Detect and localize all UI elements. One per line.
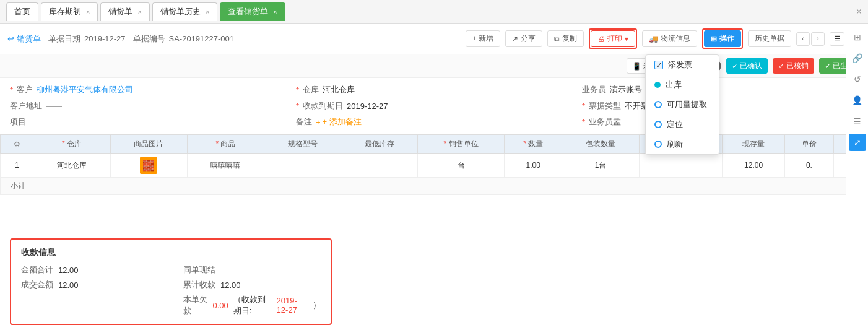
th-qty: * 数量 [504, 135, 562, 154]
effective-icon: ✓ [825, 62, 831, 71]
sidebar-table-icon[interactable]: ⊞ [849, 28, 866, 46]
main-content: ↩ 销货单 单据日期 2019-12-27 单据编号 SA-20191227-0… [0, 24, 868, 330]
list-view-icon[interactable]: ☰ [830, 32, 844, 46]
outstanding-row: 本单欠款 0.00 （收款到期日: 2019-12-27 ） [183, 294, 321, 316]
tab-history-close[interactable]: × [206, 8, 209, 15]
address-value: —— [46, 102, 62, 111]
add-note-button[interactable]: + + 添加备注 [316, 116, 362, 128]
tab-home[interactable]: 首页 [6, 2, 38, 21]
copy-icon: ⧉ [554, 35, 560, 43]
available-qty-label: 可用量提取 [667, 99, 707, 110]
cumulative-payment-row: 累计收款 12.00 [183, 279, 321, 290]
warehouse-required: * [296, 85, 299, 95]
customer-value[interactable]: 柳州粤港平安气体有限公司 [37, 84, 133, 95]
tab-inventory[interactable]: 库存期初 × [41, 2, 98, 21]
copy-button[interactable]: ⧉ 复制 [547, 30, 584, 47]
tab-view-sales[interactable]: 查看销货单 × [220, 2, 285, 21]
logistics-button[interactable]: 🚚 物流信息 [642, 30, 697, 47]
deal-amount-value: 12.00 [58, 280, 79, 290]
staffsales-value: —— [625, 118, 641, 127]
next-arrow[interactable]: › [811, 32, 825, 46]
staff-value: 演示账号 [610, 84, 642, 95]
sidebar-link-icon[interactable]: 🔗 [849, 50, 866, 67]
operations-dropdown: ✓ 添发票 出库 可用量提取 定位 刷新 [645, 54, 719, 155]
doc-header: ↩ 销货单 单据日期 2019-12-27 单据编号 SA-20191227-0… [0, 24, 868, 54]
print-button[interactable]: 🖨 打印 ▾ [591, 30, 635, 47]
ops-label: 操作 [719, 33, 734, 44]
tickettype-row: * 票据类型 不开票 [582, 100, 858, 111]
print-arrow: ▾ [625, 35, 628, 43]
tab-sales-label: 销货单 [108, 6, 132, 17]
dropdown-refresh[interactable]: 刷新 [646, 134, 719, 154]
dropdown-locate[interactable]: 定位 [646, 115, 719, 134]
cell-available [639, 154, 722, 178]
confirmed-label: 已确认 [740, 61, 762, 71]
tab-sales[interactable]: 销货单 × [100, 2, 149, 21]
tab-inventory-close[interactable]: × [86, 8, 90, 15]
nav-arrows: ‹ › [796, 32, 825, 46]
date-label: 单据日期 [48, 33, 80, 45]
cell-spec [264, 154, 341, 178]
dropdown-available-qty[interactable]: 可用量提取 [646, 95, 719, 115]
th-product: * 商品 [187, 135, 264, 154]
tab-view-sales-close[interactable]: × [273, 8, 277, 15]
outstanding-suffix2: ） [313, 300, 321, 311]
sidebar-list-icon[interactable]: ☰ [849, 113, 866, 130]
prev-arrow[interactable]: ‹ [796, 32, 810, 46]
staffsales-label: 业务员盂 [589, 116, 621, 128]
tickettype-label: 票据类型 [589, 100, 621, 111]
operate-button[interactable]: ⊞ 操作 [704, 30, 741, 47]
staff-label: 业务员 [582, 84, 606, 95]
tab-bar-close-icon[interactable]: × [856, 6, 862, 17]
customer-row: * 客户 柳州粤港平安气体有限公司 [10, 84, 286, 95]
th-warehouse: * 仓库 [33, 135, 110, 154]
history-button[interactable]: 历史单据 [748, 30, 791, 47]
sidebar-refresh-icon[interactable]: ↺ [849, 71, 866, 88]
dropdown-outbound[interactable]: 出库 [646, 75, 719, 95]
tab-view-sales-label: 查看销货单 [228, 6, 268, 17]
number-label: 单据编号 [133, 33, 165, 45]
th-pack-qty: 包装数量 [562, 135, 639, 154]
deal-amount-row: 成交金额 12.00 [21, 279, 158, 290]
doc-header-left: ↩ 销货单 单据日期 2019-12-27 单据编号 SA-20191227-0… [7, 33, 234, 45]
dropdown-add-invoice[interactable]: ✓ 添发票 [646, 55, 719, 75]
doc-type-icon: ↩ [7, 34, 14, 43]
product-table-section: ⚙ * 仓库 商品图片 * 商品 规格型号 最低库存 * 销售单位 * 数量 包… [0, 134, 868, 228]
staffsales-row: * 业务员盂 —— [582, 116, 858, 128]
product-image: 🧱 [140, 157, 157, 174]
outstanding-suffix: （收款到期日: [233, 294, 272, 316]
add-note-label: + 添加备注 [323, 116, 362, 128]
confirmed-button[interactable]: ✓ 已确认 [726, 58, 768, 74]
project-row: 项目 —— [10, 116, 286, 128]
warehouse-row: * 仓库 河北仓库 [296, 84, 572, 95]
new-button[interactable]: + 新增 [466, 30, 500, 47]
paydate-required: * [296, 102, 299, 111]
cell-min-stock [341, 154, 418, 178]
tab-history[interactable]: 销货单历史 × [152, 2, 217, 21]
tab-sales-close[interactable]: × [137, 8, 141, 15]
logistics-label: 物流信息 [661, 33, 690, 44]
secondary-bar: 📱 来自手机 ● 未开票 ✓ 已确认 ✓ 已核销 ✓ 已生效 [0, 54, 868, 78]
address-row: 客户地址 —— [10, 100, 286, 111]
canceled-button[interactable]: ✓ 已核销 [773, 58, 814, 74]
cumulative-payment-label: 累计收款 [183, 279, 215, 290]
sidebar-user-icon[interactable]: 👤 [849, 92, 866, 109]
subtotal-label: 小计 [1, 178, 868, 195]
th-config[interactable]: ⚙ [1, 135, 33, 154]
confirmed-icon: ✓ [732, 62, 738, 71]
same-order-label: 同单现结 [183, 264, 215, 276]
th-stock: 现存量 [723, 135, 785, 154]
paydate-value: 2019-12-27 [347, 102, 388, 111]
total-amount-row: 金额合计 12.00 [21, 264, 158, 276]
remark-row: 备注 + + 添加备注 [296, 116, 572, 128]
subtotal-row: 小计 [1, 178, 868, 195]
share-button[interactable]: ↗ 分享 [505, 30, 542, 47]
total-amount-value: 12.00 [58, 266, 79, 275]
sidebar-expand-icon[interactable]: ⤢ [849, 134, 866, 151]
right-sidebar: ⊞ 🔗 ↺ 👤 ☰ ⤢ [846, 24, 868, 330]
deal-amount-label: 成交金额 [21, 279, 53, 290]
total-amount-label: 金额合计 [21, 264, 53, 276]
payment-info-grid: 金额合计 12.00 同单现结 —— 成交金额 12.00 累计收款 12.00 [21, 264, 321, 316]
outbound-label: 出库 [666, 79, 682, 90]
share-label: 分享 [521, 33, 536, 44]
